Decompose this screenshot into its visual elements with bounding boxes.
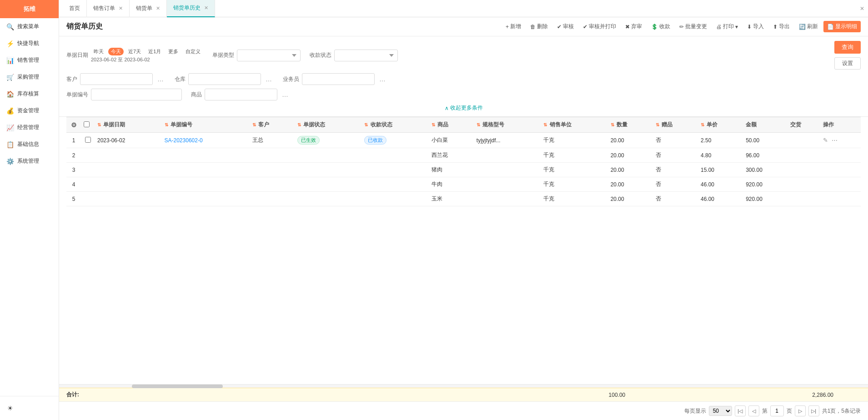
filter-docno-input[interactable] [91,89,182,100]
next-page-button[interactable]: ▷ [795,405,806,416]
col-gift[interactable]: ⇅ 赠品 [653,117,698,133]
doc-no-link[interactable]: SA-20230602-0 [165,137,203,144]
edit-icon[interactable]: ✎ [823,137,828,144]
setting-button[interactable]: 设置 [834,57,861,70]
filter-doctype-group: 单据类型 [212,50,301,61]
cell-amount: 300.00 [743,163,788,177]
sidebar-item-ops-mgmt[interactable]: 📈 经营管理 [0,119,59,136]
tab-sales-order[interactable]: 销售订单 ✕ [87,0,130,17]
add-button[interactable]: + 新增 [502,21,525,32]
date-tag-yesterday[interactable]: 昨天 [91,48,106,55]
filter-customer-input[interactable] [80,73,153,85]
first-page-button[interactable]: |◁ [735,405,746,416]
cell-trade [788,177,820,192]
query-button[interactable]: 查询 [834,41,861,54]
collect-icon: 💲 [651,24,658,30]
filter-doctype-select[interactable] [237,50,301,61]
row-checkbox[interactable] [85,137,91,143]
col-doc-date[interactable]: ⇅ 单据日期 [95,117,162,133]
more-icon[interactable]: ⋯ [832,137,838,144]
export-button[interactable]: ⬆ 导出 [769,21,793,32]
date-tag-more[interactable]: 更多 [166,48,181,55]
print-button[interactable]: 🖨 打印 ▾ [712,21,742,32]
cell-ops [820,192,861,206]
filter-paystatus-select[interactable] [334,50,398,61]
sidebar-item-basic-info[interactable]: 📋 基础信息 [0,136,59,153]
tab-sales-order-close[interactable]: ✕ [119,5,123,11]
sidebar-bottom-btn1[interactable]: ☀ [0,400,59,416]
customer-ellipsis[interactable]: … [156,75,166,83]
select-all-checkbox[interactable] [84,121,90,127]
sidebar-item-purchase-mgmt[interactable]: 🛒 采购管理 [0,69,59,85]
col-doc-no[interactable]: ⇅ 单据编号 [162,117,250,133]
last-page-button[interactable]: ▷| [808,405,819,416]
filter-goods-input[interactable] [205,89,277,100]
scrollbar-thumb[interactable] [132,385,223,388]
sidebar-item-inventory[interactable]: 🏠 库存核算 [0,85,59,102]
tab-bar-close-all[interactable]: ✕ [860,5,864,12]
staff-ellipsis[interactable]: … [377,75,387,83]
audit-print-button[interactable]: ✔ 审核并打印 [579,21,620,32]
cell-qty: 20.00 [608,163,653,177]
col-qty[interactable]: ⇅ 数量 [608,117,653,133]
sidebar-item-label: 系统管理 [17,157,39,165]
cell-spec [474,148,541,163]
collect-button[interactable]: 💲 收款 [647,21,674,32]
cell-checkbox [81,148,95,163]
page-size-label: 每页显示 [684,407,706,415]
prev-page-button[interactable]: ◁ [748,405,759,416]
date-tag-1month[interactable]: 近1月 [146,48,164,55]
col-gear[interactable]: ⚙ [66,117,81,133]
col-customer[interactable]: ⇅ 客户 [250,117,295,133]
table-gear-icon[interactable]: ⚙ [71,121,77,129]
cell-price: 4.80 [698,148,743,163]
col-price[interactable]: ⇅ 单价 [698,117,743,133]
tab-home[interactable]: 首页 [63,0,87,17]
date-tag-custom[interactable]: 自定义 [183,48,203,55]
delete-button[interactable]: 🗑 删除 [527,21,552,32]
doc-status-badge: 已生效 [297,136,320,145]
warehouse-ellipsis[interactable]: … [264,75,274,83]
cell-ops [820,148,861,163]
col-unit[interactable]: ⇅ 销售单位 [541,117,607,133]
refresh-button[interactable]: 🔄 刷新 [795,21,822,32]
abandon-icon: ✖ [625,24,630,30]
inventory-icon: 🏠 [6,90,14,98]
sidebar-item-sales-mgmt[interactable]: 📊 销售管理 [0,52,59,69]
cell-doc-status [295,177,361,192]
page-label: 第 [762,407,768,415]
batch-change-button[interactable]: ✏ 批量变更 [676,21,711,32]
cell-amount: 96.00 [743,148,788,163]
date-tag-7days[interactable]: 近7天 [125,48,144,55]
tab-sales-history[interactable]: 销货单历史 ✕ [167,0,215,17]
tab-sales-goods[interactable]: 销货单 ✕ [130,0,167,17]
tab-sales-history-close[interactable]: ✕ [204,5,208,11]
abandon-button[interactable]: ✖ 弃审 [622,21,646,32]
show-detail-button[interactable]: 📄 显示明细 [823,21,861,32]
import-button[interactable]: ⬇ 导入 [743,21,768,32]
date-tag-today[interactable]: 今天 [108,48,124,55]
sidebar-item-sys-mgmt[interactable]: ⚙️ 系统管理 [0,153,59,170]
col-goods[interactable]: ⇅ 商品 [429,117,474,133]
sidebar-item-search-menu[interactable]: 🔍 搜索菜单 [0,18,59,35]
col-doc-status[interactable]: ⇅ 单据状态 [295,117,361,133]
filter-warehouse-input[interactable] [188,73,261,85]
filter-actions: 查询 设置 [834,41,861,70]
filter-staff-input[interactable] [302,73,375,85]
sidebar-item-fund-mgmt[interactable]: 💰 资金管理 [0,102,59,119]
cell-doc-date: 2023-06-02 [95,133,162,148]
collapse-more-btn[interactable]: ∧ 收起更多条件 [445,104,483,112]
delete-label: 删除 [537,23,548,30]
current-page-input[interactable] [770,405,784,416]
goods-ellipsis[interactable]: … [280,91,290,98]
col-pay-status[interactable]: ⇅ 收款状态 [361,117,428,133]
tab-sales-goods-close[interactable]: ✕ [156,5,160,11]
audit-button[interactable]: ✔ 审核 [553,21,577,32]
filter-paystatus-label: 收款状态 [310,51,331,59]
filter-date-tags: 昨天 今天 近7天 近1月 更多 自定义 2023-06-02 至 2023-0… [91,48,203,63]
page-size-select[interactable]: 20 50 100 [709,406,732,416]
horizontal-scrollbar[interactable] [59,384,868,388]
sidebar-item-quick-nav[interactable]: ⚡ 快捷导航 [0,35,59,52]
col-spec[interactable]: ⇅ 规格型号 [474,117,541,133]
col-price-label: 单价 [707,121,717,128]
